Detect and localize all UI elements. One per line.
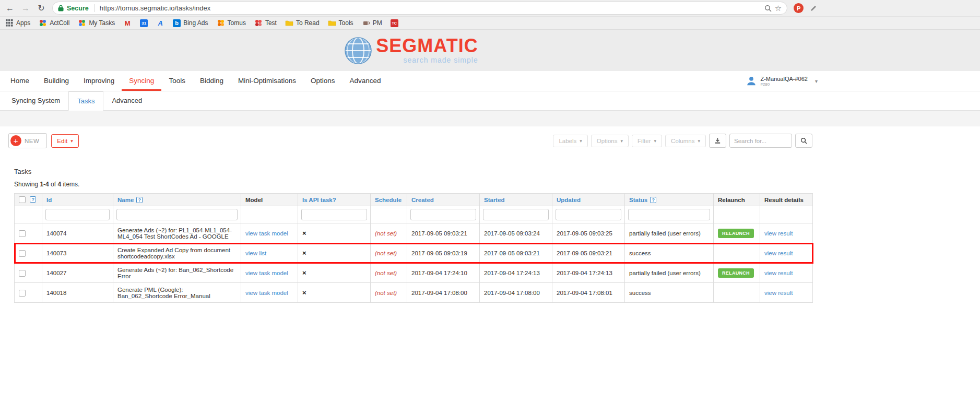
status-value: partially failed (user errors): [629, 230, 701, 237]
bookmark-tc[interactable]: TC: [391, 19, 398, 27]
help-icon[interactable]: ?: [30, 196, 36, 203]
bookmark-my-tasks[interactable]: My Tasks: [78, 19, 115, 27]
globe-icon: [345, 37, 372, 64]
bookmark-analytics[interactable]: A: [156, 19, 164, 27]
created-value: 2017-09-04 17:08:00: [411, 290, 467, 296]
gmail-icon: M: [123, 19, 132, 27]
bookmark-gmail[interactable]: M: [123, 19, 132, 27]
started-value: 2017-09-05 09:03:24: [484, 230, 540, 237]
extension-pencil-icon[interactable]: [809, 4, 818, 13]
chevron-down-icon: ▾: [70, 138, 73, 144]
omnibox-separator: [94, 4, 95, 12]
filter-input-started[interactable]: [483, 209, 549, 220]
bookmark-calendar[interactable]: 31: [140, 19, 148, 27]
help-icon[interactable]: ?: [136, 197, 143, 203]
bookmark-bing-ads[interactable]: bBing Ads: [173, 19, 208, 27]
new-button[interactable]: + NEW: [8, 133, 47, 148]
refresh-icon[interactable]: ↻: [34, 2, 48, 15]
tasks-table: ?IdName?ModelIs API task?ScheduleCreated…: [14, 193, 813, 303]
column-header-api[interactable]: Is API task?: [298, 194, 371, 206]
user-id: #280: [760, 82, 808, 87]
nav-item-options[interactable]: Options: [303, 71, 343, 91]
api-false-icon: ×: [302, 289, 306, 297]
extension-p-icon[interactable]: P: [794, 3, 804, 13]
avatar-icon: [746, 75, 757, 87]
column-header-name[interactable]: Name?: [113, 194, 241, 206]
url-text: https://tomus.segmatic.io/tasks/index: [100, 4, 210, 12]
search-button[interactable]: [795, 134, 812, 148]
analytics-icon: A: [156, 19, 164, 27]
filter-input-updated[interactable]: [556, 209, 621, 220]
subnav-item-tasks[interactable]: Tasks: [68, 91, 103, 111]
filter-input-id[interactable]: [45, 209, 110, 220]
column-header-id[interactable]: Id: [42, 194, 113, 206]
column-header-select: ?: [15, 194, 42, 206]
search-input[interactable]: [729, 134, 792, 148]
nav-item-advanced[interactable]: Advanced: [343, 71, 388, 91]
bookmark-tomus[interactable]: Tomus: [217, 19, 246, 27]
relaunch-button[interactable]: RELAUNCH: [718, 229, 754, 238]
nav-item-syncing[interactable]: Syncing: [122, 71, 161, 91]
view-model-link[interactable]: view task model: [245, 290, 288, 296]
task-row-140018: 140018Generate PML (Google): Ban_062_Sho…: [15, 283, 813, 303]
column-header-schedule[interactable]: Schedule: [371, 194, 407, 206]
edit-button[interactable]: Edit ▾: [51, 134, 78, 148]
columns-dropdown-button[interactable]: Columns▾: [665, 135, 706, 147]
user-menu[interactable]: Z-ManualQA-#062 #280 ▾: [746, 71, 823, 91]
filter-input-name[interactable]: [116, 209, 238, 220]
view-result-link[interactable]: view result: [764, 250, 793, 256]
bookmark-star-icon[interactable]: ☆: [775, 4, 782, 13]
user-name: Z-ManualQA-#062: [760, 76, 808, 82]
zoom-icon[interactable]: [764, 5, 772, 12]
subnav-item-advanced[interactable]: Advanced: [103, 91, 150, 110]
bookmark-pm[interactable]: PM: [362, 19, 382, 27]
column-header-created[interactable]: Created: [407, 194, 480, 206]
nav-item-tools[interactable]: Tools: [161, 71, 193, 91]
filter-input-api[interactable]: [301, 209, 367, 220]
bookmark-to-read[interactable]: To Read: [285, 19, 320, 27]
task-id: 140027: [46, 270, 66, 276]
column-header-started[interactable]: Started: [480, 194, 552, 206]
nav-item-improving[interactable]: Improving: [76, 71, 122, 91]
forward-icon[interactable]: →: [19, 2, 32, 15]
export-button[interactable]: [709, 134, 726, 148]
bookmark-test[interactable]: Test: [254, 19, 277, 27]
nav-item-building[interactable]: Building: [37, 71, 76, 91]
edit-button-label: Edit: [57, 138, 67, 144]
segmatic-logo: SEGMATIC search made simple: [345, 37, 478, 64]
relaunch-button[interactable]: RELAUNCH: [718, 268, 754, 278]
nav-item-bidding[interactable]: Bidding: [193, 71, 231, 91]
task-name: Generate PML (Google): Ban_062_Shortcode…: [117, 287, 210, 299]
status-value: success: [629, 290, 651, 296]
address-bar[interactable]: Secure https://tomus.segmatic.io/tasks/i…: [52, 2, 787, 15]
labels-dropdown-button[interactable]: Labels▾: [553, 135, 587, 147]
bookmark-apps[interactable]: Apps: [5, 19, 30, 27]
options-dropdown-button[interactable]: Options▾: [591, 135, 629, 147]
filter-input-status[interactable]: [628, 209, 710, 220]
help-icon[interactable]: ?: [650, 197, 656, 203]
bookmark-actcoll[interactable]: ActColl: [39, 19, 69, 27]
back-icon[interactable]: ←: [3, 2, 17, 15]
view-model-link[interactable]: view task model: [245, 230, 288, 237]
new-button-label: NEW: [25, 138, 39, 144]
bookmark-tools[interactable]: Tools: [328, 19, 353, 27]
view-result-link[interactable]: view result: [764, 270, 793, 276]
select-all-checkbox[interactable]: [19, 196, 26, 203]
row-checkbox[interactable]: [19, 250, 26, 257]
column-header-status[interactable]: Status?: [625, 194, 714, 206]
view-result-link[interactable]: view result: [764, 290, 793, 296]
row-checkbox[interactable]: [19, 230, 26, 237]
row-checkbox[interactable]: [19, 270, 26, 277]
column-header-updated[interactable]: Updated: [552, 194, 625, 206]
nav-item-mini-optimisations[interactable]: Mini-Optimisations: [231, 71, 303, 91]
view-model-link[interactable]: view list: [245, 250, 266, 256]
view-result-link[interactable]: view result: [764, 230, 793, 237]
filter-input-created[interactable]: [410, 209, 476, 220]
filter-dropdown-button[interactable]: Filter▾: [632, 135, 662, 147]
nav-item-home[interactable]: Home: [3, 71, 37, 91]
api-false-icon: ×: [302, 269, 306, 277]
row-checkbox[interactable]: [19, 290, 26, 297]
view-model-link[interactable]: view task model: [245, 270, 288, 276]
subnav-item-syncing-system[interactable]: Syncing System: [3, 91, 68, 110]
task-row-140027: 140027Generate Ads (~2) for: Ban_062_Sho…: [15, 263, 813, 283]
